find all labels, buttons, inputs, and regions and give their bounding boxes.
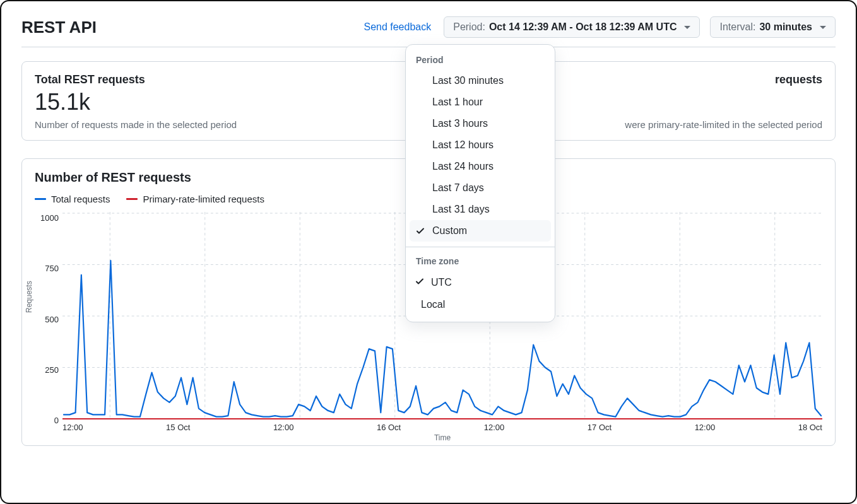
period-option[interactable]: Last 7 days: [406, 177, 555, 199]
y-tick: 1000: [35, 213, 59, 223]
period-label: Period:: [453, 21, 485, 33]
legend-item-rate-limited: Primary-rate-limited requests: [126, 194, 264, 204]
option-label: Last 7 days: [432, 182, 484, 194]
x-tick: 15 Oct: [166, 423, 190, 432]
option-label: Last 30 minutes: [432, 75, 504, 86]
x-tick: 18 Oct: [798, 423, 822, 432]
period-option[interactable]: Last 31 days: [406, 199, 555, 220]
card-title: Total REST requests: [35, 73, 409, 86]
period-dropdown-menu: Period Last 30 minutesLast 1 hourLast 3 …: [405, 44, 555, 322]
period-option[interactable]: Custom: [410, 220, 551, 242]
page-title: REST API: [21, 18, 353, 37]
period-option[interactable]: Last 12 hours: [406, 134, 555, 156]
y-tick: 750: [35, 264, 59, 273]
x-tick: 12:00: [273, 423, 294, 432]
chevron-down-icon: [684, 26, 690, 29]
interval-label: Interval:: [719, 21, 755, 33]
x-tick: 16 Oct: [377, 423, 401, 432]
option-label: Custom: [432, 225, 467, 237]
x-tick: 17 Oct: [588, 423, 612, 432]
y-tick: 0: [35, 416, 59, 425]
timezone-option[interactable]: UTC: [406, 271, 555, 294]
chevron-down-icon: [820, 26, 826, 29]
check-icon: [415, 276, 425, 286]
x-tick: 12:00: [695, 423, 716, 432]
y-tick: 250: [35, 365, 59, 375]
legend-swatch-red: [126, 198, 138, 200]
period-option[interactable]: Last 30 minutes: [406, 70, 555, 91]
y-axis-ticks: 10007505002500: [35, 212, 62, 439]
timezone-option[interactable]: Local: [406, 294, 555, 315]
x-axis-label: Time: [62, 433, 822, 442]
option-label: Last 12 hours: [432, 139, 494, 151]
period-value: Oct 14 12:39 AM - Oct 18 12:39 AM UTC: [489, 21, 677, 33]
interval-selector-button[interactable]: Interval: 30 minutes: [710, 16, 836, 38]
legend-label: Total requests: [51, 194, 110, 204]
option-label: Last 31 days: [432, 204, 490, 215]
menu-section-header: Time zone: [406, 252, 555, 271]
card-value: 15.1k: [35, 89, 409, 115]
option-label: UTC: [431, 277, 452, 288]
legend-label: Primary-rate-limited requests: [143, 194, 264, 204]
menu-section-header: Period: [406, 51, 555, 70]
period-selector-button[interactable]: Period: Oct 14 12:39 AM - Oct 18 12:39 A…: [444, 16, 700, 38]
option-label: Last 24 hours: [432, 161, 494, 172]
option-label: Last 1 hour: [432, 97, 483, 108]
check-icon: [415, 226, 425, 236]
x-tick: 12:00: [484, 423, 505, 432]
send-feedback-link[interactable]: Send feedback: [363, 21, 431, 33]
x-axis-ticks: 12:0015 Oct12:0016 Oct12:0017 Oct12:0018…: [62, 420, 822, 432]
y-tick: 500: [35, 315, 59, 324]
option-label: Last 3 hours: [432, 118, 488, 129]
period-option[interactable]: Last 24 hours: [406, 156, 555, 177]
period-option[interactable]: Last 3 hours: [406, 113, 555, 134]
card-subtitle: Number of requests made in the selected …: [35, 119, 409, 130]
option-label: Local: [421, 299, 445, 310]
header: REST API Send feedback Period: Oct 14 12…: [21, 16, 836, 47]
card-total-requests: Total REST requests 15.1k Number of requ…: [21, 61, 422, 141]
period-option[interactable]: Last 1 hour: [406, 91, 555, 113]
y-axis-label: Requests: [25, 281, 33, 313]
legend-swatch-blue: [35, 198, 46, 200]
legend-item-total: Total requests: [35, 194, 110, 204]
interval-value: 30 minutes: [759, 21, 812, 33]
x-tick: 12:00: [62, 423, 83, 432]
menu-divider: [406, 247, 555, 247]
